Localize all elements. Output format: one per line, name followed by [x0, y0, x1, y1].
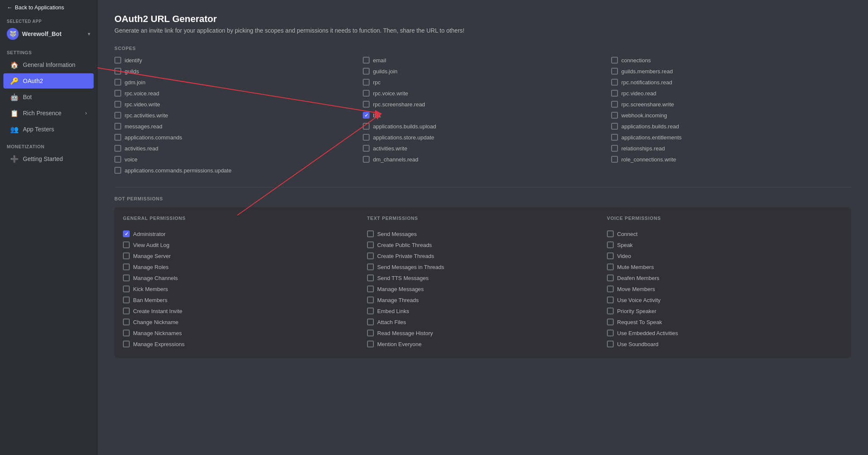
scope-label-guilds.join: guilds.join [373, 68, 398, 75]
perm-checkbox-use-soundboard[interactable] [607, 341, 614, 347]
scope-checkbox-email[interactable] [363, 57, 370, 64]
divider [114, 187, 851, 188]
perm-checkbox-manage-threads[interactable] [367, 297, 374, 303]
scope-label-relationships.read: relationships.read [621, 145, 665, 152]
scope-item-applications.store.update: applications.store.update [363, 134, 603, 141]
perm-checkbox-create-private-threads[interactable] [367, 252, 374, 259]
perm-checkbox-view-audit-log[interactable] [123, 241, 130, 248]
scope-checkbox-webhook.incoming[interactable] [611, 112, 618, 119]
perm-label-manage-nicknames: Manage Nicknames [133, 330, 182, 336]
sidebar-item-bot[interactable]: 🤖 Bot [3, 89, 94, 105]
sidebar-item-general-information[interactable]: 🏠 General Information [3, 57, 94, 72]
perm-checkbox-request-to-speak[interactable] [607, 319, 614, 325]
scope-label-webhook.incoming: webhook.incoming [621, 112, 667, 119]
scope-checkbox-gdm.join[interactable] [114, 79, 121, 86]
scope-checkbox-rpc.voice.write[interactable] [363, 90, 370, 97]
scope-checkbox-connections[interactable] [611, 57, 618, 64]
scopes-column-3: connectionsguilds.members.readrpc.notifi… [611, 57, 851, 174]
scope-checkbox-guilds[interactable] [114, 68, 121, 75]
scope-label-rpc.voice.read: rpc.voice.read [125, 90, 159, 97]
perm-checkbox-connect[interactable] [607, 230, 614, 237]
scope-checkbox-guilds.members.read[interactable] [611, 68, 618, 75]
scope-label-applications.store.update: applications.store.update [373, 134, 434, 141]
perm-checkbox-manage-expressions[interactable] [123, 341, 130, 347]
page-title: OAuth2 URL Generator [114, 14, 851, 25]
perm-checkbox-use-voice-activity[interactable] [607, 297, 614, 303]
rich-presence-icon: 📋 [10, 109, 19, 117]
scope-checkbox-applications.commands[interactable] [114, 134, 121, 141]
perm-checkbox-move-members[interactable] [607, 286, 614, 292]
sidebar-item-getting-started[interactable]: ➕ Getting Started [3, 151, 94, 166]
perm-checkbox-read-message-history[interactable] [367, 330, 374, 336]
sidebar-item-rich-presence[interactable]: 📋 Rich Presence › [3, 105, 94, 121]
perm-checkbox-speak[interactable] [607, 241, 614, 248]
selected-app-row[interactable]: 🐺 Werewolf_Bot ▾ [0, 25, 97, 42]
scope-checkbox-voice[interactable] [114, 156, 121, 163]
perm-checkbox-manage-roles[interactable] [123, 264, 130, 270]
scope-checkbox-rpc.voice.read[interactable] [114, 90, 121, 97]
perm-checkbox-manage-messages[interactable] [367, 286, 374, 292]
scope-checkbox-rpc.notifications.read[interactable] [611, 79, 618, 86]
perm-checkbox-priority-speaker[interactable] [607, 308, 614, 314]
perm-checkbox-mention-everyone[interactable] [367, 341, 374, 347]
scope-checkbox-relationships.read[interactable] [611, 145, 618, 152]
perm-item-connect: Connect [607, 228, 838, 239]
perm-checkbox-manage-nicknames[interactable] [123, 330, 130, 336]
scope-checkbox-rpc.video.read[interactable] [611, 90, 618, 97]
scope-label-gdm.join: gdm.join [125, 79, 145, 86]
scope-checkbox-dm_channels.read[interactable] [363, 156, 370, 163]
sidebar-item-oauth2[interactable]: 🔑 OAuth2 [3, 73, 94, 89]
perm-item-kick-members: Kick Members [123, 283, 359, 294]
perm-checkbox-manage-server[interactable] [123, 252, 130, 259]
perm-label-ban-members: Ban Members [133, 297, 167, 303]
perm-checkbox-create-instant-invite[interactable] [123, 308, 130, 314]
perm-checkbox-kick-members[interactable] [123, 286, 130, 292]
perm-checkbox-embed-links[interactable] [367, 308, 374, 314]
perm-label-manage-channels: Manage Channels [133, 275, 178, 281]
settings-section-label: SETTINGS [0, 43, 97, 57]
perm-checkbox-send-messages-in-threads[interactable] [367, 264, 374, 270]
scope-checkbox-activities.read[interactable] [114, 145, 121, 152]
perm-item-create-private-threads: Create Private Threads [367, 250, 598, 261]
scope-checkbox-rpc[interactable] [363, 79, 370, 86]
scope-checkbox-applications.builds.read[interactable] [611, 123, 618, 130]
perm-checkbox-ban-members[interactable] [123, 297, 130, 303]
perm-checkbox-use-embedded-activities[interactable] [607, 330, 614, 336]
scope-item-guilds.join: guilds.join [363, 68, 603, 75]
perm-item-deafen-members: Deafen Members [607, 272, 838, 283]
perm-checkbox-mute-members[interactable] [607, 264, 614, 270]
scope-checkbox-messages.read[interactable] [114, 123, 121, 130]
scope-checkbox-bot[interactable] [363, 112, 370, 119]
scope-checkbox-rpc.video.write[interactable] [114, 101, 121, 108]
perm-label-request-to-speak: Request To Speak [617, 319, 662, 325]
perm-checkbox-deafen-members[interactable] [607, 275, 614, 281]
perm-checkbox-send-messages[interactable] [367, 230, 374, 237]
scope-checkbox-applications.builds.upload[interactable] [363, 123, 370, 130]
perm-checkbox-send-tts-messages[interactable] [367, 275, 374, 281]
app-icon: 🐺 [9, 31, 17, 37]
scope-checkbox-rpc.screenshare.write[interactable] [611, 101, 618, 108]
scope-item-relationships.read: relationships.read [611, 145, 851, 152]
sidebar-item-app-testers[interactable]: 👥 App Testers [3, 122, 94, 137]
scope-checkbox-role_connections.write[interactable] [611, 156, 618, 163]
scope-checkbox-rpc.screenshare.read[interactable] [363, 101, 370, 108]
perm-item-manage-roles: Manage Roles [123, 261, 359, 272]
perm-checkbox-administrator[interactable] [123, 230, 130, 237]
perm-checkbox-change-nickname[interactable] [123, 319, 130, 325]
scope-checkbox-applications.entitlements[interactable] [611, 134, 618, 141]
back-to-applications-link[interactable]: ← Back to Applications [0, 0, 97, 15]
scope-checkbox-rpc.activities.write[interactable] [114, 112, 121, 119]
perm-checkbox-attach-files[interactable] [367, 319, 374, 325]
perm-label-deafen-members: Deafen Members [617, 275, 659, 281]
perm-checkbox-video[interactable] [607, 252, 614, 259]
scope-checkbox-guilds.join[interactable] [363, 68, 370, 75]
scope-checkbox-identify[interactable] [114, 57, 121, 64]
sidebar-item-general-information-label: General Information [23, 61, 75, 68]
perm-checkbox-manage-channels[interactable] [123, 275, 130, 281]
perm-checkbox-create-public-threads[interactable] [367, 241, 374, 248]
scope-checkbox-activities.write[interactable] [363, 145, 370, 152]
perm-item-embed-links: Embed Links [367, 305, 598, 316]
scope-checkbox-applications.store.update[interactable] [363, 134, 370, 141]
scope-checkbox-applications.commands.permissions.update[interactable] [114, 167, 121, 174]
home-icon: 🏠 [10, 61, 19, 69]
